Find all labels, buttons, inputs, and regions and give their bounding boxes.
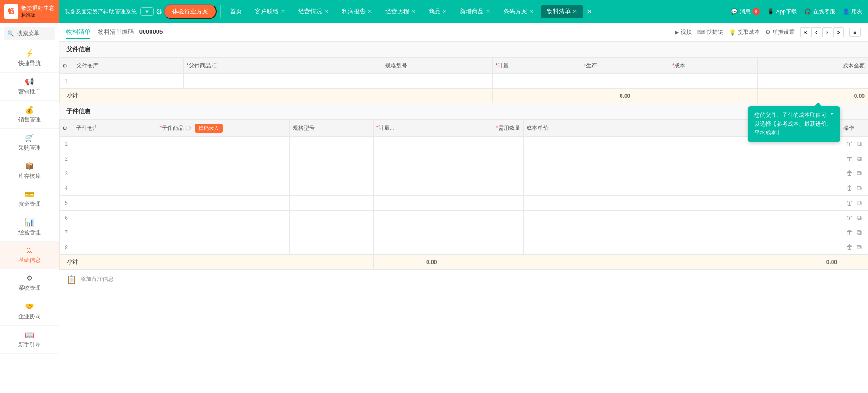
child-cell-unit-3[interactable]	[373, 166, 440, 181]
dropdown-icon[interactable]: ▼	[140, 7, 154, 16]
subtab-bom-list[interactable]: 物料清单	[66, 26, 90, 39]
child-cell-unit-cost-6[interactable]	[523, 211, 590, 225]
close-customer-tab[interactable]: ✕	[281, 8, 285, 15]
message-btn[interactable]: 💬 消息 6	[731, 8, 760, 16]
child-cell-unit-cost-4[interactable]	[523, 181, 590, 196]
child-cell-spec-1[interactable]	[290, 137, 374, 151]
child-cell-goods-1[interactable]	[157, 137, 290, 151]
app-download-btn[interactable]: 📱 App下载	[767, 8, 797, 16]
nav-prev-prev-btn[interactable]: «	[800, 27, 810, 37]
tab-goods[interactable]: 商品 ✕	[423, 5, 452, 18]
copy-row-5[interactable]: ⧉	[856, 199, 863, 207]
copy-row-2[interactable]: ⧉	[856, 155, 863, 163]
close-history-tab[interactable]: ✕	[411, 8, 416, 15]
child-cell-warehouse-8[interactable]	[73, 240, 157, 255]
parent-cell-goods[interactable]	[184, 74, 382, 89]
shortcut-action[interactable]: ⌨ 快捷键	[697, 28, 723, 36]
tab-history[interactable]: 经营历程 ✕	[380, 5, 421, 18]
child-cell-spec-8[interactable]	[290, 240, 374, 255]
child-col-settings[interactable]: ⚙	[60, 120, 73, 137]
child-cell-warehouse-1[interactable]	[73, 137, 157, 151]
child-cell-quantity-6[interactable]	[440, 211, 524, 225]
child-cell-cost-amount-6[interactable]	[590, 211, 840, 225]
child-cell-cost-amount-2[interactable]	[590, 151, 840, 166]
sidebar-item-quick-nav[interactable]: ⚡ 快捷导航	[0, 44, 59, 73]
child-cell-spec-5[interactable]	[290, 196, 374, 211]
search-menu-button[interactable]: 🔍 搜索菜单	[4, 27, 55, 40]
child-cell-unit-4[interactable]	[373, 181, 440, 196]
child-cell-unit-8[interactable]	[373, 240, 440, 255]
video-action[interactable]: ▶ 视频	[675, 28, 692, 36]
sidebar-item-sales[interactable]: 💰 销售管理	[0, 101, 59, 129]
child-cell-unit-6[interactable]	[373, 211, 440, 225]
delete-row-6[interactable]: 🗑	[845, 214, 854, 221]
child-cell-goods-6[interactable]	[157, 211, 290, 225]
parent-col-settings[interactable]: ⚙	[60, 58, 73, 74]
child-cell-warehouse-2[interactable]	[73, 151, 157, 166]
single-settings-action[interactable]: ⚙ 单据设置	[766, 28, 795, 36]
child-cell-cost-amount-3[interactable]	[590, 166, 840, 181]
nav-prev-btn[interactable]: ‹	[811, 27, 821, 37]
tab-barcode[interactable]: 条码方案 ✕	[498, 5, 539, 18]
delete-row-4[interactable]: 🗑	[845, 184, 854, 192]
add-note-label[interactable]: 添加备注信息	[80, 275, 114, 283]
settings-icon[interactable]: ⚙	[156, 7, 162, 16]
close-new-goods-tab[interactable]: ✕	[486, 8, 490, 15]
child-cell-unit-7[interactable]	[373, 225, 440, 240]
tooltip-close-btn[interactable]: ×	[830, 111, 834, 117]
parent-cell-production[interactable]	[581, 74, 669, 89]
delete-row-5[interactable]: 🗑	[845, 199, 854, 206]
tab-profit[interactable]: 利润报告 ✕	[336, 5, 378, 18]
tab-bom[interactable]: 物料清单 ✕	[541, 5, 583, 18]
sidebar-item-marketing[interactable]: 📢 营销推广	[0, 73, 59, 101]
child-cell-quantity-3[interactable]	[440, 166, 524, 181]
copy-row-6[interactable]: ⧉	[856, 214, 863, 222]
child-cell-goods-3[interactable]	[157, 166, 290, 181]
child-cell-goods-8[interactable]	[157, 240, 290, 255]
sidebar-item-inventory[interactable]: 📦 库存核算	[0, 157, 59, 185]
child-cell-spec-3[interactable]	[290, 166, 374, 181]
sidebar-item-guide[interactable]: 📖 新手引导	[0, 326, 59, 354]
parent-cell-warehouse[interactable]	[73, 74, 184, 89]
parent-cell-spec[interactable]	[382, 74, 493, 89]
copy-row-3[interactable]: ⧉	[856, 169, 863, 177]
delete-row-8[interactable]: 🗑	[845, 243, 854, 251]
child-cell-spec-7[interactable]	[290, 225, 374, 240]
delete-row-3[interactable]: 🗑	[845, 169, 854, 177]
child-cell-quantity-5[interactable]	[440, 196, 524, 211]
child-cell-cost-amount-7[interactable]	[590, 225, 840, 240]
close-bom-tab[interactable]: ✕	[573, 8, 577, 15]
child-cell-cost-amount-8[interactable]	[590, 240, 840, 255]
child-cell-warehouse-7[interactable]	[73, 225, 157, 240]
tab-new-goods[interactable]: 新增商品 ✕	[454, 5, 496, 18]
extract-cost-action[interactable]: 💡 提取成本	[729, 28, 760, 36]
child-cell-cost-amount-5[interactable]	[590, 196, 840, 211]
scan-badge[interactable]: 扫码录入	[195, 124, 223, 133]
child-cell-warehouse-3[interactable]	[73, 166, 157, 181]
copy-row-8[interactable]: ⧉	[856, 243, 863, 251]
child-cell-warehouse-4[interactable]	[73, 181, 157, 196]
child-cell-goods-4[interactable]	[157, 181, 290, 196]
subtab-bom-code[interactable]: 物料清单编码 0000005	[98, 26, 163, 39]
delete-row-1[interactable]: 🗑	[845, 140, 854, 147]
tab-customer[interactable]: 客户联络 ✕	[249, 5, 291, 18]
close-barcode-tab[interactable]: ✕	[529, 8, 534, 15]
child-cell-unit-cost-2[interactable]	[523, 151, 590, 166]
sidebar-item-basic-info[interactable]: 🗂 基础信息	[0, 242, 59, 269]
copy-row-1[interactable]: ⧉	[856, 140, 863, 148]
close-operations-tab[interactable]: ✕	[324, 8, 329, 15]
child-cell-unit-cost-3[interactable]	[523, 166, 590, 181]
delete-row-2[interactable]: 🗑	[845, 155, 854, 162]
child-cell-unit-2[interactable]	[373, 151, 440, 166]
child-cell-spec-4[interactable]	[290, 181, 374, 196]
parent-cell-unit[interactable]	[493, 74, 581, 89]
child-cell-unit-cost-5[interactable]	[523, 196, 590, 211]
parent-cell-cost-amount[interactable]	[757, 74, 868, 89]
sidebar-item-system[interactable]: ⚙ 系统管理	[0, 269, 59, 297]
tab-home[interactable]: 首页	[224, 5, 247, 18]
child-cell-warehouse-6[interactable]	[73, 211, 157, 225]
child-cell-spec-6[interactable]	[290, 211, 374, 225]
list-view-btn[interactable]: ≡	[849, 28, 861, 37]
user-btn[interactable]: 👤 用友	[843, 8, 862, 16]
child-cell-cost-amount-4[interactable]	[590, 181, 840, 196]
